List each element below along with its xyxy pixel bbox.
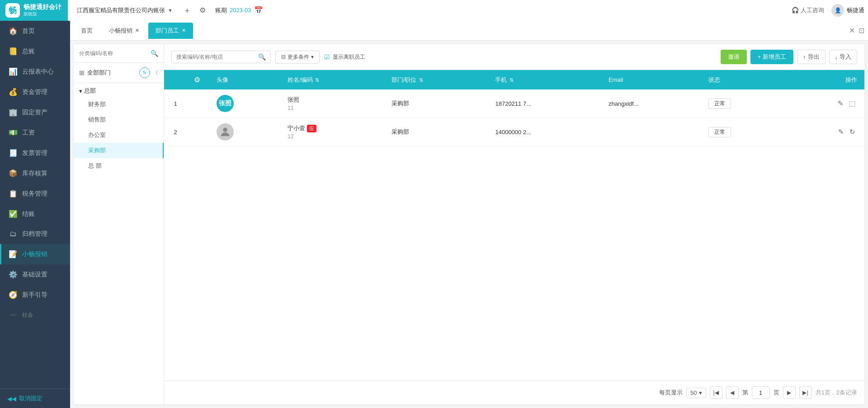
employee-search-input[interactable] — [176, 54, 255, 60]
cell-email-2 — [601, 118, 701, 146]
sidebar-item-invoice[interactable]: 🧾 发票管理 — [0, 143, 70, 163]
sidebar-item-ledger[interactable]: 📒 总账 — [0, 41, 70, 61]
import-btn[interactable]: ↓ 导入 — [829, 50, 858, 64]
col-index — [164, 70, 187, 89]
all-dept-label: 全部部门 — [87, 69, 111, 77]
sidebar-item-archive[interactable]: 🗂 归档管理 — [0, 224, 70, 244]
filter-arrow: ▾ — [311, 54, 314, 60]
dept-item-general-parent[interactable]: ▾ 总部 — [74, 83, 164, 97]
dept-general2-label: 总 部 — [88, 162, 102, 170]
user-info[interactable]: 👤 畅捷通 — [831, 4, 864, 17]
page-size-select[interactable]: 50 ▾ — [686, 388, 706, 398]
svg-point-0 — [223, 128, 227, 132]
inventory-icon: 📦 — [9, 169, 18, 178]
tab-expense[interactable]: 小畅报销 ✕ — [102, 23, 146, 39]
pin-icon: ◀◀ — [7, 395, 16, 402]
page-next-btn[interactable]: ▶ — [783, 386, 796, 399]
cancel-fixed-label: 取消固定 — [19, 394, 42, 403]
dept-header-left: ⊞ 全部部门 — [79, 69, 111, 77]
period-value: 2023-03 — [230, 7, 251, 14]
tab-department-close[interactable]: ✕ — [182, 28, 186, 33]
page-prev-btn[interactable]: ◀ — [726, 386, 739, 399]
main-wrapper: 🏠 首页 📒 总账 📊 云报表中心 💰 资金管理 🏢 固定资产 💵 工资 🧾 发… — [0, 21, 868, 408]
cell-avatar-2 — [209, 118, 280, 146]
dept-sales-label: 销售部 — [88, 116, 106, 124]
cell-status-2: 正常 — [701, 118, 784, 146]
sidebar-label-ledger: 总账 — [22, 47, 35, 56]
sidebar-item-reports[interactable]: 📊 云报表中心 — [0, 61, 70, 82]
table-settings-btn[interactable]: ⚙ — [194, 75, 200, 84]
add-button[interactable]: ＋ — [181, 4, 193, 17]
sidebar-item-funds[interactable]: 💰 资金管理 — [0, 82, 70, 102]
show-resigned-toggle[interactable]: ☑ 显示离职员工 — [324, 53, 365, 61]
add-employee-btn[interactable]: + 新增员工 — [750, 50, 793, 64]
window-maximize-btn[interactable]: ⊡ — [859, 26, 864, 35]
employee-search-icon[interactable]: 🔍 — [258, 53, 266, 61]
cell-actions-2: ✎ ↻ — [784, 118, 864, 146]
grid-icon: ⊞ — [79, 69, 85, 76]
dept-tree: ▾ 总部 财务部 销售部 办公室 采购部 — [74, 83, 164, 404]
tab-department-label: 部门员工 — [156, 27, 179, 35]
dept-item-finance[interactable]: 财务部 — [74, 97, 164, 112]
customer-service[interactable]: 🎧 人工咨询 — [792, 6, 824, 14]
dept-search-input[interactable] — [79, 50, 148, 56]
sidebar-item-inventory[interactable]: 📦 库存核算 — [0, 163, 70, 183]
dept-search-icon[interactable]: 🔍 — [151, 50, 158, 57]
edit-btn-1[interactable]: ✎ — [836, 98, 845, 108]
window-controls: ✕ ⊡ — [849, 26, 864, 35]
page-input[interactable] — [752, 386, 770, 399]
col-actions: 操作 — [784, 70, 864, 89]
dept-edit-btn[interactable]: ✎ — [139, 67, 150, 78]
col-dept-position[interactable]: 部门/职位 ⇅ — [384, 70, 488, 89]
calendar-icon[interactable]: 📅 — [254, 6, 263, 14]
export-btn[interactable]: ↑ 导出 — [797, 50, 826, 64]
top-header: 畅 畅捷通好会计 旗舰版 江西服宝精品有限责任公司内账张 ▼ ＋ ⚙ 账期 20… — [0, 0, 868, 21]
app-name: 畅捷通好会计 — [24, 3, 61, 11]
edit-btn-2[interactable]: ✎ — [836, 127, 846, 137]
tab-department[interactable]: 部门员工 ✕ — [148, 23, 193, 39]
dept-item-office[interactable]: 办公室 — [74, 127, 164, 143]
avatar-2 — [217, 123, 234, 141]
dept-item-sales[interactable]: 销售部 — [74, 112, 164, 127]
cell-phone-1: 18720211 7... — [488, 89, 601, 118]
refresh-btn-2[interactable]: ↻ — [848, 127, 857, 137]
filter-icon: ⊟ — [281, 54, 286, 60]
dept-item-general2[interactable]: 总 部 — [74, 158, 164, 174]
tab-home[interactable]: 首页 — [74, 23, 100, 39]
col-status: 状态 — [701, 70, 784, 89]
toolbar-right: 邀请 + 新增员工 ↑ 导出 ↓ 导入 — [721, 50, 857, 64]
col-name-code[interactable]: 姓名/编码 ⇅ — [280, 70, 384, 89]
page-first-btn[interactable]: |◀ — [710, 386, 722, 399]
more-filter-btn[interactable]: ⊟ 更多条件 ▾ — [275, 51, 320, 64]
settings-button[interactable]: ⚙ — [196, 4, 209, 17]
dept-item-purchasing[interactable]: 采购部 — [74, 143, 164, 158]
cell-avatar-1: 张照 — [209, 89, 280, 118]
invite-btn[interactable]: 邀请 — [721, 50, 747, 64]
window-close-btn[interactable]: ✕ — [849, 26, 855, 35]
sidebar-item-salary[interactable]: 💵 工资 — [0, 122, 70, 143]
home-icon: 🏠 — [9, 27, 18, 35]
cancel-fixed-btn[interactable]: ◀◀ 取消固定 — [0, 389, 70, 408]
page-label: 第 — [742, 389, 748, 397]
sidebar-item-tax[interactable]: 📋 税务管理 — [0, 183, 70, 204]
sidebar-item-settings[interactable]: ⚙️ 基础设置 — [0, 264, 70, 285]
employee-table: ⚙ 头像 姓名/编码 ⇅ 部门/职位 ⇅ 手机 ⇅ — [164, 70, 864, 146]
salary-icon: 💵 — [9, 128, 18, 137]
sidebar-item-guide[interactable]: 🧭 新手引导 — [0, 285, 70, 305]
company-selector[interactable]: 江西服宝精品有限责任公司内账张 ▼ — [71, 6, 178, 14]
user-avatar: 👤 — [831, 4, 844, 17]
sidebar-item-expense[interactable]: 📝 小畅报销 — [0, 244, 70, 264]
tabs-bar: 首页 小畅报销 ✕ 部门员工 ✕ ✕ ⊡ — [70, 21, 868, 41]
sidebar-item-more[interactable]: ··· 社会 — [0, 305, 70, 325]
page-last-btn[interactable]: ▶| — [799, 386, 812, 399]
sidebar-item-home[interactable]: 🏠 首页 — [0, 21, 70, 41]
sidebar-item-checkout[interactable]: ✅ 结账 — [0, 204, 70, 224]
sidebar-item-assets[interactable]: 🏢 固定资产 — [0, 102, 70, 122]
dept-collapse-btn[interactable]: 《 — [153, 69, 158, 77]
cell-status-1: 正常 — [701, 89, 784, 118]
cell-settings-1 — [187, 89, 209, 118]
tab-expense-close[interactable]: ✕ — [135, 28, 139, 33]
show-resigned-label: 显示离职员工 — [333, 53, 365, 61]
col-phone[interactable]: 手机 ⇅ — [488, 70, 601, 89]
logout-btn-1[interactable]: ⬚ — [847, 98, 857, 108]
